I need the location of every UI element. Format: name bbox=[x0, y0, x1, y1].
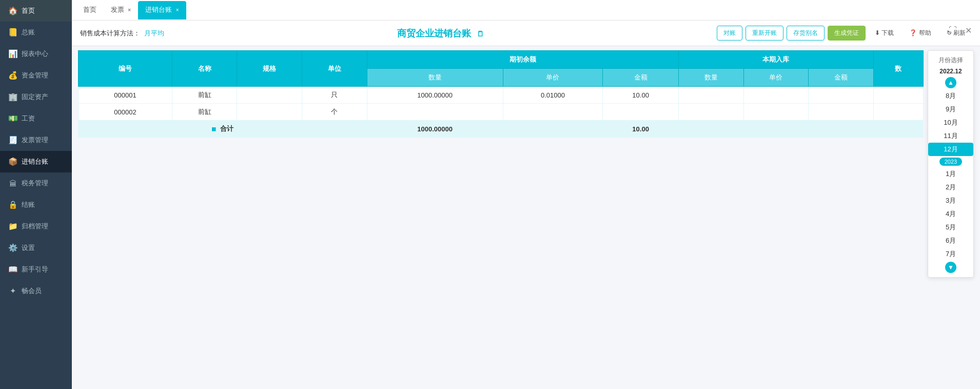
sidebar-item-assets[interactable]: 🏢 固定资产 bbox=[0, 86, 72, 108]
vip-icon: ✦ bbox=[8, 286, 17, 296]
sidebar-item-funds[interactable]: 💰 资金管理 bbox=[0, 65, 72, 86]
sidebar-item-reports[interactable]: 📊 报表中心 bbox=[0, 43, 72, 65]
col-header-inbound: 本期入库 bbox=[679, 51, 874, 69]
tab-inventory-label: 进销台账 bbox=[145, 5, 172, 14]
archive-icon: 📁 bbox=[8, 222, 17, 231]
ledger-icon: 📒 bbox=[8, 28, 17, 37]
help-icon: ❓ bbox=[909, 29, 918, 36]
cell-spec bbox=[237, 87, 302, 104]
cell-opening-price bbox=[503, 104, 603, 121]
sidebar-item-vip[interactable]: ✦ 畅会员 bbox=[0, 280, 72, 302]
tab-inventory[interactable]: 进销台账 × bbox=[138, 1, 186, 20]
cell-extra bbox=[873, 87, 923, 104]
col-header-opening: 期初余额 bbox=[367, 51, 678, 69]
sidebar-item-label: 结账 bbox=[22, 200, 35, 209]
cell-in-price bbox=[743, 104, 809, 121]
sidebar-item-closing[interactable]: 🔒 结账 bbox=[0, 194, 72, 216]
table-row: 000001 前缸 只 1000.00000 0.01000 10.00 bbox=[79, 87, 924, 104]
cell-in-qty bbox=[679, 87, 744, 104]
inventory-icon: 📦 bbox=[8, 157, 17, 166]
duizhang-button[interactable]: 对账 bbox=[717, 26, 742, 41]
cell-id: 000002 bbox=[79, 104, 172, 121]
cell-name: 前缸 bbox=[172, 104, 237, 121]
sidebar-item-home[interactable]: 🏠 首页 bbox=[0, 0, 72, 22]
cell-in-amount bbox=[809, 87, 874, 104]
sidebar-item-invoice[interactable]: 🧾 发票管理 bbox=[0, 129, 72, 151]
inventory-table: 编号 名称 规格 单位 期初余额 本期入库 数 数量 单价 金额 数 bbox=[78, 50, 924, 138]
tab-invoice[interactable]: 发票 × bbox=[104, 1, 138, 20]
month-item-9[interactable]: 9月 bbox=[928, 103, 973, 116]
month-item-12[interactable]: 12月 bbox=[928, 143, 973, 156]
generate-button[interactable]: 生成凭证 bbox=[828, 26, 866, 41]
settings-icon: ⚙️ bbox=[8, 243, 17, 252]
sidebar-item-ledger[interactable]: 📒 总账 bbox=[0, 22, 72, 43]
tab-bar: 首页 发票 × 进销台账 × bbox=[72, 0, 980, 21]
col-sub-opening-qty: 数量 bbox=[367, 69, 503, 87]
month-item-5[interactable]: 5月 bbox=[928, 221, 973, 234]
sidebar-item-settings[interactable]: ⚙️ 设置 bbox=[0, 237, 72, 259]
year-badge-2023: 2023 bbox=[939, 158, 962, 166]
tab-home-label: 首页 bbox=[83, 5, 96, 14]
col-sub-opening-price: 单价 bbox=[503, 69, 603, 87]
cell-spec bbox=[237, 104, 302, 121]
month-picker: 月份选择 2022.12 ▲ 8月 9月 10月 11月 12月 2023 1月… bbox=[928, 50, 974, 278]
toolbar-buttons: 对账 重新开账 存货别名 生成凭证 ⬇ 下载 ❓ 帮助 ↻ 刷新 bbox=[717, 26, 972, 41]
title-info-icon[interactable]: 🗒 bbox=[477, 30, 484, 38]
close-button[interactable]: ✕ bbox=[963, 25, 974, 36]
cell-name: 前缸 bbox=[172, 87, 237, 104]
month-item-2[interactable]: 2月 bbox=[928, 181, 973, 194]
col-sub-in-price: 单价 bbox=[743, 69, 809, 87]
cell-in-amount bbox=[809, 104, 874, 121]
sidebar-item-label: 畅会员 bbox=[22, 286, 42, 296]
total-opening-qty: 1000.00000 bbox=[367, 121, 503, 138]
month-picker-title: 月份选择 bbox=[938, 54, 963, 67]
cell-opening-amount bbox=[603, 104, 679, 121]
month-item-11[interactable]: 11月 bbox=[928, 129, 973, 143]
col-header-extra: 数 bbox=[873, 51, 923, 87]
help-button[interactable]: ❓ 帮助 bbox=[903, 26, 937, 40]
tax-icon: 🏛 bbox=[8, 179, 17, 188]
month-item-1[interactable]: 1月 bbox=[928, 167, 973, 181]
total-opening-amount: 10.00 bbox=[603, 121, 679, 138]
total-in-amount bbox=[809, 121, 874, 138]
sidebar-item-salary[interactable]: 💵 工资 bbox=[0, 108, 72, 129]
month-item-8[interactable]: 8月 bbox=[928, 89, 973, 103]
main-area: 首页 发票 × 进销台账 × 销售成本计算方法： 月平均 商贸企业进销台账 🗒 … bbox=[72, 0, 980, 389]
col-sub-in-amount: 金额 bbox=[809, 69, 874, 87]
cell-opening-amount: 10.00 bbox=[603, 87, 679, 104]
invoice-icon: 🧾 bbox=[8, 135, 17, 145]
sidebar-item-inventory[interactable]: 📦 进销台账 bbox=[0, 151, 72, 172]
month-item-4[interactable]: 4月 bbox=[928, 207, 973, 221]
cell-opening-price: 0.01000 bbox=[503, 87, 603, 104]
month-item-3[interactable]: 3月 bbox=[928, 194, 973, 207]
total-in-qty bbox=[679, 121, 744, 138]
month-picker-down[interactable]: ▼ bbox=[945, 262, 956, 273]
reopen-button[interactable]: 重新开账 bbox=[746, 26, 783, 41]
cost-method-value: 月平均 bbox=[144, 29, 164, 37]
tab-invoice-close[interactable]: × bbox=[128, 7, 131, 13]
guide-icon: 📖 bbox=[8, 265, 17, 274]
sidebar-item-label: 新手引导 bbox=[22, 265, 48, 274]
total-row: ◼ 合计 1000.00000 10.00 bbox=[79, 121, 924, 138]
total-icon: ◼ bbox=[211, 126, 216, 132]
sidebar-item-tax[interactable]: 🏛 税务管理 bbox=[0, 172, 72, 194]
tab-home[interactable]: 首页 bbox=[76, 1, 104, 20]
sidebar-item-archive[interactable]: 📁 归档管理 bbox=[0, 216, 72, 237]
save-alias-button[interactable]: 存货别名 bbox=[787, 26, 825, 41]
month-item-7[interactable]: 7月 bbox=[928, 247, 973, 261]
month-picker-up[interactable]: ▲ bbox=[945, 77, 956, 88]
total-opening-price bbox=[503, 121, 603, 138]
cell-in-qty bbox=[679, 104, 744, 121]
month-item-10[interactable]: 10月 bbox=[928, 116, 973, 129]
month-item-6[interactable]: 6月 bbox=[928, 234, 973, 247]
sidebar-item-label: 固定资产 bbox=[22, 92, 48, 102]
sidebar: 🏠 首页 📒 总账 📊 报表中心 💰 资金管理 🏢 固定资产 💵 工资 🧾 发票… bbox=[0, 0, 72, 389]
sidebar-item-label: 设置 bbox=[22, 243, 35, 252]
sidebar-item-guide[interactable]: 📖 新手引导 bbox=[0, 259, 72, 280]
table-row: 000002 前缸 个 bbox=[79, 104, 924, 121]
tab-inventory-close[interactable]: × bbox=[175, 7, 179, 13]
maximize-button[interactable]: ⛶ bbox=[947, 25, 958, 36]
home-icon: 🏠 bbox=[8, 6, 17, 15]
download-button[interactable]: ⬇ 下载 bbox=[869, 26, 900, 40]
total-in-price bbox=[743, 121, 809, 138]
